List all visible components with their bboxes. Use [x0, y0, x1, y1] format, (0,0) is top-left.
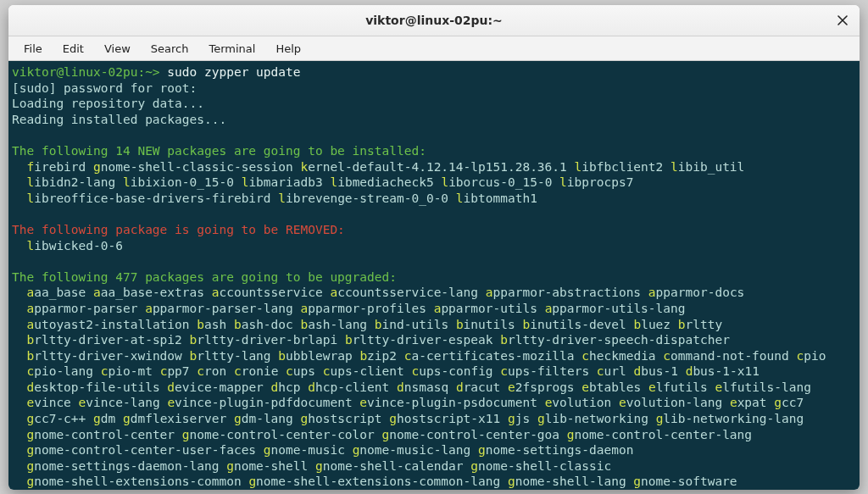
menubar: File Edit View Search Terminal Help: [8, 36, 860, 61]
terminal-output[interactable]: viktor@linux-02pu:~> sudo zypper update[…: [8, 61, 860, 490]
close-button[interactable]: [834, 12, 851, 29]
menu-terminal[interactable]: Terminal: [200, 39, 264, 58]
menu-help[interactable]: Help: [267, 39, 309, 58]
window-title: viktor@linux-02pu:~: [8, 14, 860, 27]
menu-file[interactable]: File: [15, 39, 51, 58]
menu-search[interactable]: Search: [142, 39, 198, 58]
titlebar: viktor@linux-02pu:~: [8, 5, 860, 36]
menu-view[interactable]: View: [96, 39, 139, 58]
close-icon: [837, 15, 848, 25]
terminal-window: viktor@linux-02pu:~ File Edit View Searc…: [8, 5, 860, 490]
menu-edit[interactable]: Edit: [54, 39, 92, 58]
